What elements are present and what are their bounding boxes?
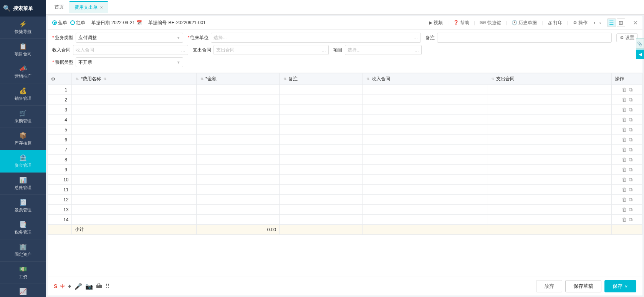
- sidebar-header[interactable]: 🔍 搜索菜单: [0, 0, 46, 17]
- diamond-icon[interactable]: ♦: [68, 283, 71, 290]
- delete-row-icon[interactable]: 🗑: [622, 217, 627, 222]
- sidebar-item-operations[interactable]: 📈 经营管理: [0, 284, 46, 297]
- expense-contract-cell[interactable]: [487, 205, 611, 215]
- radio-red[interactable]: 红单: [70, 20, 85, 26]
- sidebar-item-project-contract[interactable]: 📋 项目合同: [0, 39, 46, 61]
- th-gear[interactable]: ⚙: [48, 73, 60, 85]
- tab-close-icon[interactable]: ✕: [100, 5, 103, 10]
- income-contract-cell[interactable]: [363, 85, 487, 95]
- delete-row-icon[interactable]: 🗑: [622, 187, 627, 192]
- save-button[interactable]: 保存 ∨: [604, 280, 636, 292]
- prev-arrow[interactable]: ‹: [592, 19, 597, 27]
- expense-name-cell[interactable]: [72, 175, 196, 185]
- sidebar-item-purchase[interactable]: 🛒 采购管理: [0, 106, 46, 128]
- delete-row-icon[interactable]: 🗑: [622, 127, 627, 133]
- biz-type-input[interactable]: 应付调整 ▼: [76, 33, 183, 43]
- income-contract-cell[interactable]: [363, 185, 487, 195]
- remark-cell[interactable]: [279, 105, 362, 115]
- sidebar-item-inventory[interactable]: 📦 库存核算: [0, 128, 46, 150]
- th-income-contract[interactable]: ⇅ 收入合同: [363, 73, 487, 85]
- amount-cell[interactable]: [196, 85, 279, 95]
- income-contract-cell[interactable]: [363, 195, 487, 205]
- mountain-icon[interactable]: 🏔: [96, 283, 102, 290]
- copy-row-icon[interactable]: ⧉: [629, 117, 632, 123]
- income-contract-cell[interactable]: [363, 165, 487, 175]
- expense-contract-cell[interactable]: [487, 125, 611, 135]
- amount-cell[interactable]: [196, 205, 279, 215]
- expense-contract-cell[interactable]: [487, 135, 611, 145]
- video-action[interactable]: ▶ 视频: [429, 20, 443, 26]
- income-contract-cell[interactable]: [363, 135, 487, 145]
- expense-name-cell[interactable]: [72, 85, 196, 95]
- sidebar-item-payroll[interactable]: 💵 工资: [0, 262, 46, 284]
- copy-row-icon[interactable]: ⧉: [629, 137, 632, 143]
- sidebar-item-invoice[interactable]: 🧾 发票管理: [0, 195, 46, 217]
- calendar-icon[interactable]: 📅: [136, 20, 142, 25]
- expense-contract-cell[interactable]: [487, 165, 611, 175]
- delete-row-icon[interactable]: 🗑: [622, 147, 627, 153]
- delete-row-icon[interactable]: 🗑: [622, 87, 627, 93]
- next-arrow[interactable]: ›: [598, 19, 603, 27]
- copy-row-icon[interactable]: ⧉: [629, 97, 632, 103]
- copy-row-icon[interactable]: ⧉: [629, 207, 632, 213]
- income-contract-cell[interactable]: [363, 205, 487, 215]
- remark-cell[interactable]: [279, 145, 362, 155]
- expense-contract-input[interactable]: 支出合同 …: [214, 45, 329, 55]
- amount-cell[interactable]: [196, 215, 279, 225]
- income-contract-cell[interactable]: [363, 175, 487, 185]
- income-contract-cell[interactable]: [363, 105, 487, 115]
- amount-cell[interactable]: [196, 115, 279, 125]
- delete-row-icon[interactable]: 🗑: [622, 97, 627, 103]
- grid-icon[interactable]: ⠿: [105, 283, 110, 290]
- expense-contract-cell[interactable]: [487, 105, 611, 115]
- expense-name-cell[interactable]: [72, 115, 196, 125]
- expense-name-cell[interactable]: [72, 105, 196, 115]
- remark-cell[interactable]: [279, 175, 362, 185]
- copy-row-icon[interactable]: ⧉: [629, 177, 632, 183]
- sidebar-item-tax[interactable]: 📑 税务管理: [0, 217, 46, 239]
- delete-row-icon[interactable]: 🗑: [622, 157, 627, 163]
- expense-name-cell[interactable]: [72, 135, 196, 145]
- expense-contract-cell[interactable]: [487, 195, 611, 205]
- right-panel-tab-1[interactable]: 📎: [636, 38, 644, 49]
- copy-row-icon[interactable]: ⧉: [629, 87, 632, 93]
- delete-row-icon[interactable]: 🗑: [622, 197, 627, 202]
- remark-cell[interactable]: [279, 155, 362, 165]
- expense-name-cell[interactable]: [72, 215, 196, 225]
- amount-cell[interactable]: [196, 175, 279, 185]
- help-action[interactable]: ❓ 帮助: [453, 20, 469, 26]
- income-contract-input[interactable]: 收入合同 …: [73, 45, 188, 55]
- sidebar-item-fixed-assets[interactable]: 🏢 固定资产: [0, 239, 46, 262]
- amount-cell[interactable]: [196, 145, 279, 155]
- income-contract-cell[interactable]: [363, 115, 487, 125]
- camera-icon[interactable]: 📷: [85, 283, 93, 290]
- amount-cell[interactable]: [196, 165, 279, 175]
- income-contract-cell[interactable]: [363, 215, 487, 225]
- sidebar-item-sales[interactable]: 💰 销售管理: [0, 83, 46, 106]
- sidebar-item-capital[interactable]: 🏦 资金管理: [0, 150, 46, 173]
- grid-view-btn[interactable]: ⊞: [617, 18, 625, 27]
- amount-cell[interactable]: [196, 155, 279, 165]
- copy-row-icon[interactable]: ⧉: [629, 167, 632, 173]
- expense-name-cell[interactable]: [72, 195, 196, 205]
- remark-cell[interactable]: [279, 195, 362, 205]
- sidebar-item-accounting[interactable]: 📊 总账管理: [0, 173, 46, 195]
- copy-row-icon[interactable]: ⧉: [629, 147, 632, 153]
- settings-button[interactable]: ⚙ 设置: [616, 33, 638, 42]
- remark-cell[interactable]: [279, 215, 362, 225]
- close-button[interactable]: ✕: [633, 19, 638, 27]
- expense-name-cell[interactable]: [72, 95, 196, 105]
- expense-contract-cell[interactable]: [487, 215, 611, 225]
- copy-row-icon[interactable]: ⧉: [629, 217, 632, 223]
- discard-button[interactable]: 放弃: [536, 280, 562, 292]
- sidebar-item-quick-nav[interactable]: ⚡ 快捷导航: [0, 17, 46, 39]
- expense-contract-cell[interactable]: [487, 85, 611, 95]
- expense-contract-cell[interactable]: [487, 95, 611, 105]
- delete-row-icon[interactable]: 🗑: [622, 117, 627, 123]
- income-contract-cell[interactable]: [363, 155, 487, 165]
- shortcuts-action[interactable]: ⌨ 快捷键: [480, 20, 501, 26]
- remark-cell[interactable]: [279, 95, 362, 105]
- amount-cell[interactable]: [196, 105, 279, 115]
- delete-row-icon[interactable]: 🗑: [622, 167, 627, 173]
- expense-contract-cell[interactable]: [487, 115, 611, 125]
